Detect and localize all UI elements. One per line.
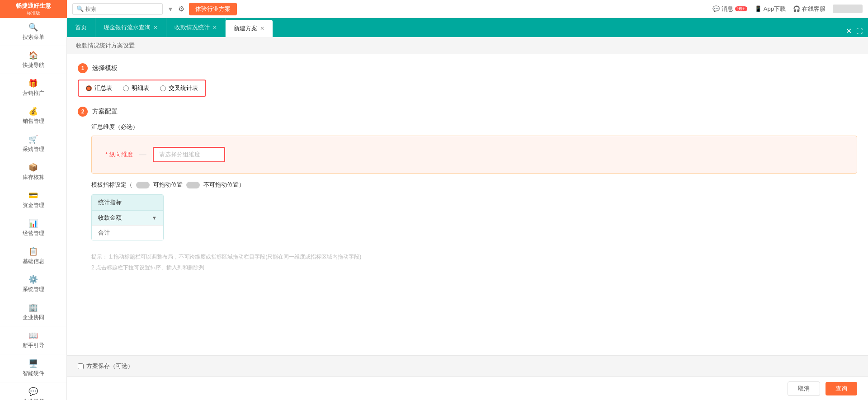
sidebar-item-search[interactable]: 🔍 搜索菜单 bbox=[0, 18, 66, 46]
radio-detail[interactable]: 明细表 bbox=[123, 84, 149, 92]
metrics-label: 模板指标设定（ bbox=[91, 181, 132, 189]
tab-new-plan-label: 新建方案 bbox=[234, 24, 257, 33]
notification-badge: 99+ bbox=[735, 6, 747, 11]
finance-icon: 💳 bbox=[28, 191, 38, 200]
sidebar-item-inventory[interactable]: 📦 库存核算 bbox=[0, 158, 66, 186]
stats-table: 统计指标 收款金额 ▼ 合计 bbox=[91, 194, 164, 240]
search-input[interactable] bbox=[85, 6, 153, 12]
purchase-icon: 🛒 bbox=[28, 135, 38, 144]
search-icon: 🔍 bbox=[76, 5, 84, 12]
tab-stats-close[interactable]: ✕ bbox=[212, 24, 217, 31]
movable-toggle[interactable] bbox=[136, 182, 150, 188]
search-bar[interactable]: 🔍 bbox=[72, 3, 163, 15]
form-card: 1 选择模板 汇总表 明细表 bbox=[67, 54, 868, 355]
stats-header-label: 统计指标 bbox=[98, 198, 122, 207]
sidebar-item-sales[interactable]: 💰 销售管理 bbox=[0, 102, 66, 130]
download-icon: 📱 bbox=[755, 5, 762, 12]
sidebar-item-purchase[interactable]: 🛒 采购管理 bbox=[0, 130, 66, 158]
unmovable-toggle bbox=[186, 182, 200, 188]
basic-icon: 📋 bbox=[28, 247, 38, 256]
radio-cross[interactable]: 交叉统计表 bbox=[160, 84, 198, 92]
dimension-area: * 纵向维度 — 请选择分组维度 bbox=[91, 136, 857, 174]
step2-num: 2 bbox=[78, 107, 88, 117]
save-section: 方案保存（可选） bbox=[67, 355, 868, 376]
service-area[interactable]: 🎧 在线客服 bbox=[793, 5, 826, 13]
tip-2: 2.点击标题栏下拉可设置排序、插入列和删除列 bbox=[91, 262, 857, 273]
sidebar-item-enterprise[interactable]: 🏢 企业协同 bbox=[0, 298, 66, 326]
dimension-select[interactable]: 请选择分组维度 bbox=[153, 147, 225, 162]
radio-detail-input[interactable] bbox=[123, 85, 129, 91]
step1-title: 选择模板 bbox=[92, 64, 118, 72]
guide-icon: 📖 bbox=[28, 331, 38, 340]
logo-name: 畅捷通好生意 bbox=[16, 2, 51, 10]
gear-button[interactable]: ⚙ bbox=[178, 5, 184, 13]
download-area[interactable]: 📱 App下载 bbox=[755, 5, 786, 13]
notification-area[interactable]: 💬 消息 99+ bbox=[712, 5, 747, 13]
tab-close-window-icon[interactable]: ✕ bbox=[846, 27, 852, 35]
industry-button[interactable]: 体验行业方案 bbox=[189, 3, 237, 15]
wechat-icon: 💬 bbox=[28, 387, 38, 396]
tab-home-label: 首页 bbox=[75, 24, 87, 32]
stats-amount-label: 收款金额 bbox=[98, 214, 122, 222]
message-icon: 💬 bbox=[712, 5, 720, 12]
template-options: 汇总表 明细表 交叉统计表 bbox=[78, 80, 206, 97]
dimension-section: 汇总维度（必选） * 纵向维度 — 请选择分组维度 bbox=[91, 123, 857, 240]
system-icon: ⚙️ bbox=[28, 275, 38, 284]
radio-summary-input[interactable] bbox=[86, 85, 92, 91]
query-button[interactable]: 查询 bbox=[826, 382, 857, 395]
search-menu-icon: 🔍 bbox=[28, 23, 38, 32]
sidebar-item-hardware[interactable]: 🖥️ 智能硬件 bbox=[0, 354, 66, 382]
unmovable-label: 不可拖动位置） bbox=[203, 181, 245, 189]
footer-bar: 取消 查询 bbox=[67, 376, 868, 400]
tab-stats[interactable]: 收款情况统计 ✕ bbox=[166, 18, 226, 37]
arrow-icon: — bbox=[139, 151, 146, 159]
stats-table-header-row: 统计指标 bbox=[92, 195, 163, 210]
tab-new-plan-close[interactable]: ✕ bbox=[260, 25, 264, 32]
movable-label: 可拖动位置 bbox=[153, 181, 183, 189]
dimension-section-title: 汇总维度（必选） bbox=[91, 123, 857, 131]
inventory-icon: 📦 bbox=[28, 163, 38, 172]
enterprise-icon: 🏢 bbox=[28, 303, 38, 312]
home-icon: 🏠 bbox=[28, 51, 38, 60]
stats-total-label: 合计 bbox=[98, 229, 110, 236]
radio-summary[interactable]: 汇总表 bbox=[86, 84, 112, 92]
sidebar-item-guide[interactable]: 📖 新手引导 bbox=[0, 326, 66, 354]
tab-expand-icon[interactable]: ⛶ bbox=[856, 28, 863, 35]
stats-total-row: 合计 bbox=[92, 225, 163, 240]
step2-title: 方案配置 bbox=[92, 108, 118, 116]
expand-icon[interactable]: ▼ bbox=[167, 5, 174, 13]
sidebar-item-system[interactable]: ⚙️ 系统管理 bbox=[0, 270, 66, 298]
dropdown-icon: ▼ bbox=[152, 215, 157, 221]
tab-bar: 首页 现金银行流水查询 ✕ 收款情况统计 ✕ 新建方案 ✕ ✕ ⛶ bbox=[67, 18, 868, 37]
sidebar-item-finance[interactable]: 💳 资金管理 bbox=[0, 186, 66, 214]
operation-icon: 📊 bbox=[28, 219, 38, 228]
service-icon: 🎧 bbox=[793, 5, 800, 12]
dimension-select-placeholder: 请选择分组维度 bbox=[159, 151, 200, 159]
logo-edition: 标准版 bbox=[27, 10, 40, 16]
sidebar-item-operation[interactable]: 📊 经营管理 bbox=[0, 214, 66, 242]
tab-stats-label: 收款情况统计 bbox=[175, 24, 210, 32]
save-checkbox-label[interactable]: 方案保存（可选） bbox=[78, 362, 857, 370]
tab-bank-label: 现金银行流水查询 bbox=[104, 24, 151, 32]
breadcrumb: 收款情况统计方案设置 bbox=[67, 37, 868, 54]
tips-section: 提示： 1.拖动标题栏可以调整布局，不可跨维度或指标区域拖动栏目字段(只能在同一… bbox=[91, 251, 857, 273]
step1-num: 1 bbox=[78, 63, 88, 73]
sidebar-item-marketing[interactable]: 🎁 营销推广 bbox=[0, 74, 66, 102]
tab-home[interactable]: 首页 bbox=[67, 18, 95, 37]
tab-bank[interactable]: 现金银行流水查询 ✕ bbox=[95, 18, 166, 37]
sidebar-item-wechat[interactable]: 💬 企业微信 bbox=[0, 382, 66, 400]
metrics-section: 模板指标设定（ 可拖动位置 不可拖动位置） 统计指标 bbox=[91, 181, 857, 240]
hardware-icon: 🖥️ bbox=[28, 359, 38, 368]
step2-section: 2 方案配置 汇总维度（必选） * 纵向维度 — 请选择分组维 bbox=[78, 107, 857, 240]
sidebar-item-quick[interactable]: 🏠 快捷导航 bbox=[0, 46, 66, 74]
cancel-button[interactable]: 取消 bbox=[788, 381, 820, 396]
save-checkbox[interactable] bbox=[78, 363, 84, 369]
sidebar-item-basic[interactable]: 📋 基础信息 bbox=[0, 242, 66, 270]
tab-new-plan[interactable]: 新建方案 ✕ bbox=[226, 20, 273, 37]
sidebar: 🔍 搜索菜单 🏠 快捷导航 🎁 营销推广 💰 销售管理 🛒 采购管理 📦 库存核… bbox=[0, 18, 67, 400]
radio-cross-input[interactable] bbox=[160, 85, 166, 91]
tab-bank-close[interactable]: ✕ bbox=[153, 24, 158, 31]
vertical-dimension-label: * 纵向维度 bbox=[105, 151, 133, 159]
user-area[interactable] bbox=[833, 5, 863, 13]
stats-sub-header[interactable]: 收款金额 ▼ bbox=[92, 210, 163, 225]
